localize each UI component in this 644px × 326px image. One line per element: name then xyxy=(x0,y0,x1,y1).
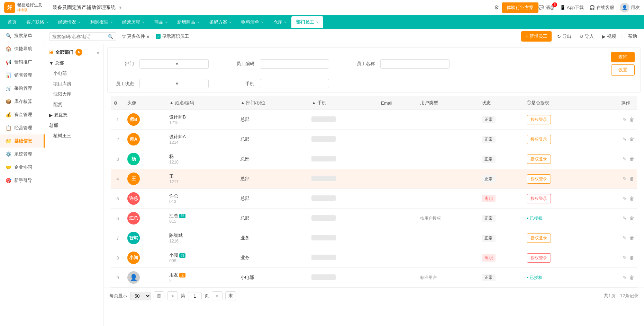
delete-btn[interactable]: 🗑 xyxy=(629,117,634,122)
message-action[interactable]: 💬 消息 6 xyxy=(538,5,554,11)
auth-login-btn[interactable]: 授权登录 xyxy=(527,135,551,144)
delete-btn[interactable]: 🗑 xyxy=(629,215,634,221)
sidebar-item-system[interactable]: ⚙️ 系统管理 xyxy=(0,148,45,161)
search-icon-btn[interactable]: 🔍 xyxy=(108,34,113,39)
tab-customer[interactable]: 客户联络 × xyxy=(21,16,53,28)
query-button[interactable]: 查询 xyxy=(611,52,635,62)
col-phone[interactable]: ▲ 手机 xyxy=(309,96,378,110)
tab-bom[interactable]: 物料清单 × xyxy=(236,16,268,28)
close-icon[interactable]: × xyxy=(229,20,232,24)
page-input[interactable] xyxy=(188,292,202,300)
dept-item-shenyang[interactable]: 沈阳大库 xyxy=(45,89,103,99)
view-action[interactable]: ▶ 视频 xyxy=(599,32,619,41)
dept-filter-select[interactable]: ▼ xyxy=(139,59,209,69)
edit-btn[interactable]: ✎ xyxy=(623,117,627,122)
close-icon[interactable]: × xyxy=(46,20,48,24)
close-icon[interactable]: × xyxy=(142,20,144,24)
auth-login-btn[interactable]: 授权登录 xyxy=(527,234,551,243)
close-icon[interactable]: × xyxy=(165,20,167,24)
edit-btn[interactable]: ✎ xyxy=(623,156,627,162)
delete-btn[interactable]: 🗑 xyxy=(629,275,634,280)
edit-btn[interactable]: ✎ xyxy=(623,196,627,201)
phone-input[interactable] xyxy=(260,79,329,88)
edit-btn[interactable]: ✎ xyxy=(623,255,627,261)
next-page-btn[interactable]: ＞ xyxy=(212,291,223,300)
collapse-btn[interactable]: « xyxy=(97,50,99,55)
close-icon[interactable]: × xyxy=(284,20,287,24)
auth-login-btn[interactable]: 授权登录 xyxy=(527,174,551,184)
user-action[interactable]: 👤 用友 xyxy=(620,3,640,12)
auth-login-btn[interactable]: 授权登录 xyxy=(527,115,551,124)
edit-btn[interactable]: ✎ xyxy=(623,275,627,280)
close-icon[interactable]: × xyxy=(261,20,263,24)
delete-btn[interactable]: 🗑 xyxy=(629,235,634,241)
delete-btn[interactable]: 🗑 xyxy=(629,176,634,182)
sidebar-item-business[interactable]: 📋 经营管理 xyxy=(0,121,45,134)
dept-group-shuangting[interactable]: ▶ 双庭想 xyxy=(45,110,103,120)
close-icon[interactable]: × xyxy=(78,20,80,24)
edit-btn[interactable]: ✎ xyxy=(623,136,627,142)
close-icon[interactable]: × xyxy=(110,20,112,24)
trial-button[interactable]: 体验行业方案 xyxy=(502,2,538,13)
gear-button[interactable]: ⚙ xyxy=(494,4,499,11)
tab-new-goods[interactable]: 新增商品 × xyxy=(172,16,204,28)
dept-group-head[interactable]: ▼ 总部 xyxy=(45,58,103,68)
auth-login-btn-resigned[interactable]: 授权登录 xyxy=(527,253,551,263)
sidebar-item-finance[interactable]: 💰 资金管理 xyxy=(0,108,45,121)
close-icon[interactable]: × xyxy=(316,20,318,24)
sidebar-item-purchase[interactable]: 🛒 采购管理 xyxy=(0,82,45,95)
dept-item-project[interactable]: 项目库房 xyxy=(45,79,103,89)
close-icon[interactable]: × xyxy=(197,20,199,24)
dept-item-peihuo[interactable]: 配货 xyxy=(45,99,103,110)
sidebar-item-search[interactable]: 🔍 搜索菜单 xyxy=(0,29,45,42)
import-action[interactable]: ↺ 导入 xyxy=(577,32,597,41)
delete-btn[interactable]: 🗑 xyxy=(629,196,634,201)
edit-btn[interactable]: ✎ xyxy=(623,215,627,221)
tab-goods[interactable]: 商品 × xyxy=(149,16,172,28)
sidebar-item-inventory[interactable]: 📦 库存核算 xyxy=(0,95,45,108)
search-wrap[interactable]: 🔍 xyxy=(49,32,116,41)
emp-code-input[interactable] xyxy=(260,59,329,69)
emp-status-select[interactable]: ▼ xyxy=(139,79,209,88)
search-input[interactable] xyxy=(52,34,108,39)
prev-page-btn[interactable]: ＜ xyxy=(167,291,178,300)
sidebar-item-guide[interactable]: 🎯 新手引导 xyxy=(0,174,45,187)
sys-title-arrow[interactable]: ▼ xyxy=(118,5,123,10)
last-page-btn[interactable]: 末 xyxy=(225,291,236,300)
col-dept[interactable]: ▲ 部门/职位 xyxy=(238,96,309,110)
show-resigned-checkbox[interactable]: ✓ xyxy=(156,34,161,39)
tab-warehouse[interactable]: 仓库 × xyxy=(269,16,291,28)
tab-operation[interactable]: 经营情况 × xyxy=(53,16,85,28)
dept-item-zhishu[interactable]: 植树王三 xyxy=(45,131,103,141)
dept-item-xiaodian[interactable]: 小电部 xyxy=(45,68,103,79)
col-name[interactable]: ▲ 姓名/编码 xyxy=(166,96,238,110)
tab-home[interactable]: 首页 xyxy=(3,16,21,28)
delete-btn[interactable]: 🗑 xyxy=(629,156,634,162)
sidebar-item-nav[interactable]: 🏠 快捷导航 xyxy=(0,42,45,55)
filter-more-btn[interactable]: ▽ 更多条件 ∧ xyxy=(119,32,153,41)
sidebar-item-basic[interactable]: 📁 基础信息 xyxy=(0,134,45,148)
export-action[interactable]: ↻ 导出 xyxy=(554,32,574,41)
edit-btn[interactable]: ✎ xyxy=(623,176,627,182)
page-size-select[interactable]: 50 100 xyxy=(130,292,151,300)
tab-profit[interactable]: 利润报告 × xyxy=(85,16,117,28)
edit-btn[interactable]: ✎ xyxy=(623,235,627,241)
dept-edit-icon[interactable]: ✎ xyxy=(75,49,82,56)
set-button[interactable]: 设置 xyxy=(611,64,635,76)
help-action[interactable]: 帮助 xyxy=(625,32,640,41)
settings-icon[interactable]: ⚙ xyxy=(114,100,118,106)
app-download-action[interactable]: 📱 App下载 xyxy=(560,5,584,11)
dept-group-zongbu[interactable]: 总部 xyxy=(45,120,103,131)
sidebar-item-marketing[interactable]: 📢 营销推广 xyxy=(0,55,45,69)
auth-login-btn[interactable]: 授权登录 xyxy=(527,155,551,164)
auth-login-btn-resigned[interactable]: 授权登录 xyxy=(527,194,551,203)
first-page-btn[interactable]: 首 xyxy=(154,291,164,300)
add-employee-button[interactable]: + 新增员工 xyxy=(521,31,551,42)
tab-employees[interactable]: 部门员工 × xyxy=(291,16,323,28)
sidebar-item-sales[interactable]: 📊 销售管理 xyxy=(0,69,45,82)
online-service-action[interactable]: 🎧 在线客服 xyxy=(589,5,614,11)
emp-name-input[interactable] xyxy=(380,59,450,69)
delete-btn[interactable]: 🗑 xyxy=(629,255,634,261)
sidebar-item-collab[interactable]: 🤝 企业协同 xyxy=(0,161,45,174)
tab-journey[interactable]: 经营历程 × xyxy=(117,16,149,28)
